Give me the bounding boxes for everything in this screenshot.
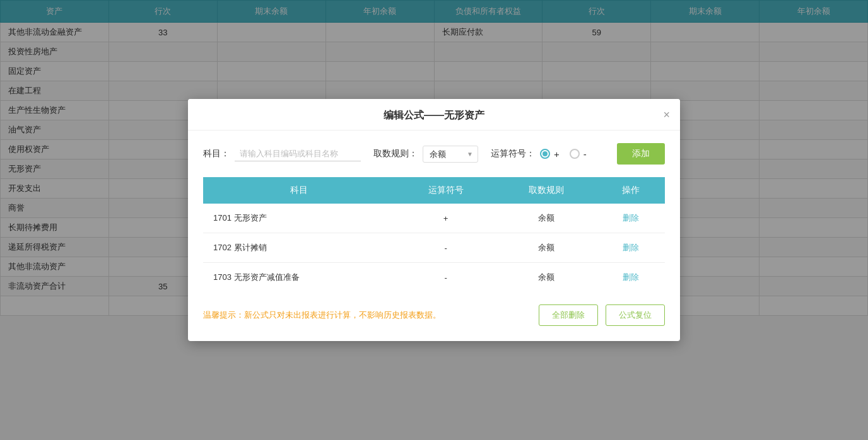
th-operator: 运算符号 bbox=[396, 177, 496, 204]
modal-header: 编辑公式——无形资产 × bbox=[188, 99, 680, 130]
rule-group: 取数规则： 余额 借方 贷方 借方累计 贷方累计 ▼ bbox=[373, 146, 478, 163]
radio-plus-label: + bbox=[554, 149, 560, 159]
radio-group: + - bbox=[540, 149, 587, 159]
th-subject: 科目 bbox=[203, 177, 396, 204]
modal-cell-action[interactable]: 删除 bbox=[596, 204, 665, 233]
modal-overlay: 编辑公式——无形资产 × 科目： 取数规则： 余额 借方 贷方 借方累计 贷方累… bbox=[0, 0, 868, 440]
modal-footer: 温馨提示：新公式只对未出报表进行计算，不影响历史报表数据。 全部删除 公式复位 bbox=[188, 292, 680, 341]
footer-tip: 温馨提示：新公式只对未出报表进行计算，不影响历史报表数据。 bbox=[203, 310, 441, 321]
footer-buttons: 全部删除 公式复位 bbox=[539, 304, 665, 326]
modal-cell-action[interactable]: 删除 bbox=[596, 233, 665, 263]
form-row: 科目： 取数规则： 余额 借方 贷方 借方累计 贷方累计 ▼ 运算符号 bbox=[188, 130, 680, 177]
delete-link[interactable]: 删除 bbox=[623, 272, 639, 282]
modal-table-row: 1703 无形资产减值准备 - 余额 删除 bbox=[203, 263, 665, 292]
th-action: 操作 bbox=[596, 177, 665, 204]
modal-dialog: 编辑公式——无形资产 × 科目： 取数规则： 余额 借方 贷方 借方累计 贷方累… bbox=[188, 99, 680, 341]
delete-link[interactable]: 删除 bbox=[623, 213, 639, 223]
modal-cell-rule: 余额 bbox=[496, 263, 596, 292]
modal-cell-operator: - bbox=[396, 233, 496, 263]
delete-link[interactable]: 删除 bbox=[623, 243, 639, 252]
modal-title: 编辑公式——无形资产 bbox=[384, 109, 484, 122]
modal-table-row: 1702 累计摊销 - 余额 删除 bbox=[203, 233, 665, 263]
rule-select-wrapper: 余额 借方 贷方 借方累计 贷方累计 ▼ bbox=[423, 146, 478, 163]
rule-label: 取数规则： bbox=[373, 148, 418, 159]
modal-cell-subject: 1703 无形资产减值准备 bbox=[203, 263, 396, 292]
radio-minus-label: - bbox=[584, 149, 587, 159]
modal-cell-subject: 1702 累计摊销 bbox=[203, 233, 396, 263]
modal-cell-rule: 余额 bbox=[496, 204, 596, 233]
radio-minus[interactable]: - bbox=[570, 149, 587, 159]
operator-group: 运算符号： + - bbox=[491, 148, 587, 159]
subject-label: 科目： bbox=[203, 148, 230, 159]
radio-plus[interactable]: + bbox=[540, 149, 560, 159]
operator-label: 运算符号： bbox=[491, 148, 535, 159]
rule-select[interactable]: 余额 借方 贷方 借方累计 贷方累计 bbox=[423, 146, 478, 163]
delete-all-button[interactable]: 全部删除 bbox=[539, 304, 598, 326]
reset-button[interactable]: 公式复位 bbox=[606, 304, 665, 326]
modal-table-wrapper: 科目 运算符号 取数规则 操作 1701 无形资产 + 余额 删除 1702 累… bbox=[188, 177, 680, 292]
modal-cell-action[interactable]: 删除 bbox=[596, 263, 665, 292]
modal-cell-rule: 余额 bbox=[496, 233, 596, 263]
add-button[interactable]: 添加 bbox=[617, 143, 665, 165]
subject-group: 科目： bbox=[203, 146, 361, 161]
modal-table-row: 1701 无形资产 + 余额 删除 bbox=[203, 204, 665, 233]
radio-plus-circle bbox=[540, 149, 550, 159]
modal-cell-operator: - bbox=[396, 263, 496, 292]
modal-cell-subject: 1701 无形资产 bbox=[203, 204, 396, 233]
modal-table: 科目 运算符号 取数规则 操作 1701 无形资产 + 余额 删除 1702 累… bbox=[203, 177, 665, 292]
th-rule: 取数规则 bbox=[496, 177, 596, 204]
subject-input[interactable] bbox=[235, 146, 361, 161]
modal-close-button[interactable]: × bbox=[663, 109, 670, 120]
radio-minus-circle bbox=[570, 149, 580, 159]
modal-cell-operator: + bbox=[396, 204, 496, 233]
